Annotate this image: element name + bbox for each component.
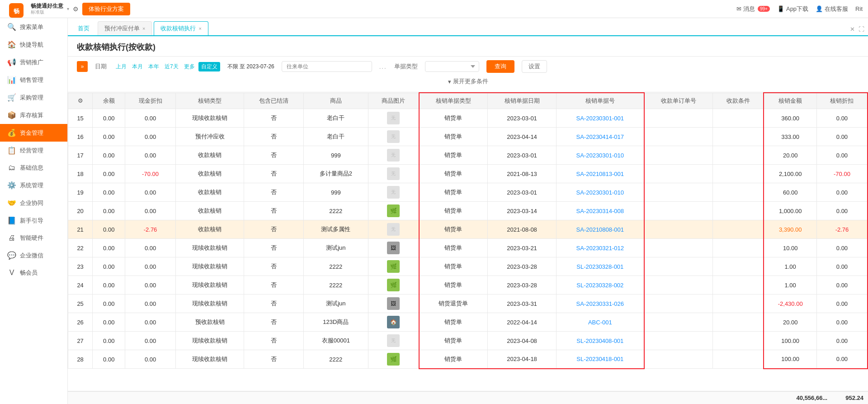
cell-include_settled: 否	[244, 295, 304, 313]
cell-verify_discount: 0.00	[816, 332, 868, 350]
date-last-month[interactable]: 上月	[114, 62, 128, 71]
filter-row-1: » 日期 上月 本月 本年 近7天 更多 自定义 不限 至 2023-07-26	[77, 60, 859, 73]
expand-conditions-btn[interactable]: ▾ 展开更多条件	[77, 75, 859, 88]
tab-close-receipt-verify[interactable]: ×	[198, 26, 201, 31]
sidebar: 🔍 搜索菜单 🏠 快捷导航 📢 营销推广 📊 销售管理 🛒 采购管理 📦 库存核…	[0, 18, 68, 404]
cell-verify_type: 预收款核销	[175, 313, 244, 332]
sidebar-item-corp[interactable]: 🤝 企业协同	[0, 194, 67, 212]
cell-verify_bill_no[interactable]: ABC-001	[556, 313, 644, 332]
date-this-year[interactable]: 本年	[146, 62, 161, 71]
gear-icon[interactable]: ⚙	[73, 5, 79, 13]
expand-filter-btn[interactable]: »	[77, 61, 88, 72]
bill-type-select[interactable]	[425, 61, 479, 72]
cell-verify_bill_no[interactable]: SA-20230314-008	[556, 202, 644, 220]
sidebar-item-purchase[interactable]: 🛒 采购管理	[0, 89, 67, 106]
cell-verify_bill_date: 2022-04-14	[488, 313, 556, 332]
tab-home[interactable]: 首页	[71, 22, 96, 35]
user-profile[interactable]: Rit	[855, 5, 863, 12]
sidebar-item-guide[interactable]: 📘 新手引导	[0, 212, 67, 229]
date-7days[interactable]: 近7天	[163, 62, 180, 71]
cell-settings: 18	[68, 165, 93, 183]
cell-goods_img: 🌿	[368, 276, 419, 295]
cell-goods_img: 无	[368, 183, 419, 202]
sidebar-item-basic[interactable]: 🗂 基础信息	[0, 159, 67, 176]
cell-balance: 0.00	[93, 295, 125, 313]
cell-receipt_condition	[713, 146, 764, 165]
cell-goods: 999	[303, 183, 368, 202]
date-custom[interactable]: 自定义	[198, 62, 220, 71]
tab-close-prepay[interactable]: ×	[142, 26, 145, 31]
sidebar-item-operation[interactable]: 📋 经营管理	[0, 142, 67, 159]
sidebar-item-wechat[interactable]: 💬 企业微信	[0, 247, 67, 264]
date-this-month[interactable]: 本月	[130, 62, 145, 71]
sidebar-item-inventory[interactable]: 📦 库存核算	[0, 106, 67, 124]
table-row: 260.000.00预收款核销否123D商品🏠销货单2022-04-14ABC-…	[68, 313, 868, 332]
industry-btn[interactable]: 体验行业方案	[82, 3, 130, 15]
cell-receipt_condition	[713, 295, 764, 313]
message-btn[interactable]: ✉ 消息 99+	[736, 5, 770, 13]
cell-verify_bill_no[interactable]: SA-20230301-010	[556, 183, 644, 202]
cell-balance: 0.00	[93, 350, 125, 369]
cell-verify_bill_no[interactable]: SA-20230414-017	[556, 128, 644, 146]
cell-settings: 20	[68, 202, 93, 220]
tab-bar: 首页预付冲应付单 ×收款核销执行 × ✕ ⛶	[68, 18, 868, 36]
close-window-icon[interactable]: ✕	[850, 26, 855, 33]
cell-cash_discount: 0.00	[125, 276, 176, 295]
sidebar-item-marketing[interactable]: 📢 营销推广	[0, 53, 67, 71]
svg-text:畅: 畅	[14, 8, 19, 14]
unit-input[interactable]	[282, 61, 372, 72]
query-btn[interactable]: 查询	[486, 60, 514, 73]
goods-image: 🌿	[387, 204, 400, 217]
sidebar-item-member[interactable]: V 畅会员	[0, 264, 67, 281]
tab-receipt-verify[interactable]: 收款核销执行 ×	[154, 21, 208, 35]
system-icon: ⚙️	[7, 181, 16, 190]
cell-verify_amount: 100.00	[764, 332, 816, 350]
date-more[interactable]: 更多	[182, 62, 197, 71]
cell-cash_discount: 0.00	[125, 239, 176, 257]
col-header-balance: 余额	[93, 93, 125, 109]
cell-verify_bill_no[interactable]: SL-20230408-001	[556, 332, 644, 350]
cell-verify_type: 预付冲应收	[175, 128, 244, 146]
cell-verify_bill_no[interactable]: SA-20230301-001	[556, 109, 644, 128]
col-header-verify_bill_type: 核销单据类型	[419, 93, 488, 109]
cell-verify_discount: -70.00	[816, 165, 868, 183]
tab-prepay[interactable]: 预付冲应付单 ×	[98, 21, 152, 35]
online-service-btn[interactable]: 👤 在线客服	[816, 5, 848, 13]
sidebar-item-sales[interactable]: 📊 销售管理	[0, 71, 67, 89]
cell-verify_bill_no[interactable]: SL-20230328-002	[556, 276, 644, 295]
cell-verify_discount: 0.00	[816, 276, 868, 295]
sidebar-item-hardware[interactable]: 🖨 智能硬件	[0, 229, 67, 247]
cell-receipt_condition	[713, 202, 764, 220]
cell-verify_type: 现续收款核销	[175, 332, 244, 350]
sidebar-item-search[interactable]: 🔍 搜索菜单	[0, 18, 67, 36]
col-header-verify_bill_no: 核销单据号	[556, 93, 644, 109]
cell-goods_img: 无	[368, 220, 419, 239]
filter-settings-btn[interactable]: 设置	[522, 60, 547, 73]
app-download-btn[interactable]: 📱 App下载	[777, 5, 808, 13]
expand-window-icon[interactable]: ⛶	[859, 26, 864, 33]
table-wrapper[interactable]: ⚙余额现金折扣核销类型包含已结清商品商品图片核销单据类型核销单据日期核销单据号收…	[68, 92, 868, 391]
cell-verify_bill_date: 2021-08-08	[488, 220, 556, 239]
cell-verify_bill_date: 2023-03-01	[488, 109, 556, 128]
chevron-down-icon[interactable]: ▾	[67, 6, 69, 11]
cell-verify_bill_no[interactable]: SA-20210813-001	[556, 165, 644, 183]
cell-verify_bill_no[interactable]: SA-20230331-026	[556, 295, 644, 313]
cell-verify_bill_no[interactable]: SL-20230328-001	[556, 257, 644, 276]
cell-verify_bill_no[interactable]: SA-20210808-001	[556, 220, 644, 239]
cell-verify_bill_no[interactable]: SA-20230301-010	[556, 146, 644, 165]
cell-balance: 0.00	[93, 332, 125, 350]
cell-verify_bill_type: 销货单	[419, 109, 488, 128]
cell-settings: 19	[68, 183, 93, 202]
sidebar-item-finance[interactable]: 💰 资金管理	[0, 124, 67, 142]
cell-verify_bill_no[interactable]: SL-20230418-001	[556, 350, 644, 369]
cell-verify_type: 现续收款核销	[175, 109, 244, 128]
cell-include_settled: 否	[244, 183, 304, 202]
table-footer: 40,556,66... 952.24	[68, 391, 868, 404]
cell-goods: 老白干	[303, 109, 368, 128]
sidebar-item-quick-nav[interactable]: 🏠 快捷导航	[0, 36, 67, 53]
table-row: 190.000.00收款核销否999无销货单2023-03-01SA-20230…	[68, 183, 868, 202]
filter-date-group: 上月 本月 本年 近7天 更多 自定义	[114, 62, 220, 71]
cell-goods_img: 🖼	[368, 239, 419, 257]
cell-verify_bill_no[interactable]: SA-20230321-012	[556, 239, 644, 257]
sidebar-item-system[interactable]: ⚙️ 系统管理	[0, 176, 67, 194]
